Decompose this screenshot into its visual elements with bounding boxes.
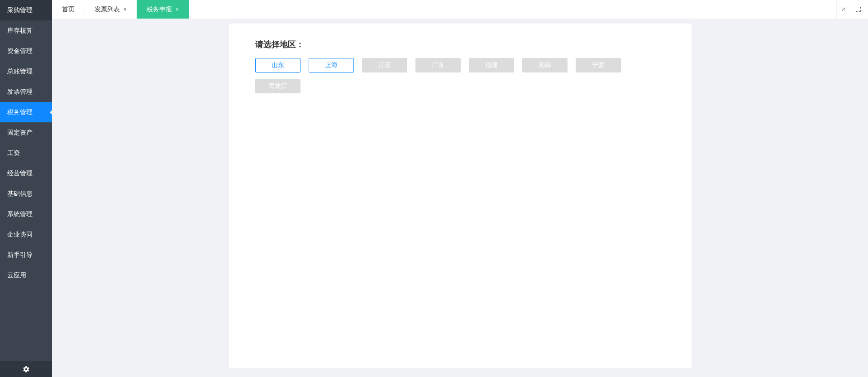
content-wrap: 请选择地区： 山东上海江苏广东福建湖南宁夏黑龙江	[52, 19, 868, 377]
sidebar-item-label: 经营管理	[7, 169, 33, 177]
fullscreen-button[interactable]	[851, 0, 865, 19]
region-button-7[interactable]: 黑龙江	[255, 79, 300, 93]
sidebar-item-3[interactable]: 总账管理	[0, 61, 52, 82]
region-button-label: 黑龙江	[268, 82, 287, 90]
sidebar-item-label: 发票管理	[7, 88, 33, 95]
region-button-label: 广东	[432, 61, 444, 69]
sidebar-item-label: 库存核算	[7, 27, 33, 34]
region-button-5[interactable]: 湖南	[522, 58, 568, 72]
region-button-label: 湖南	[539, 61, 551, 69]
region-grid: 山东上海江苏广东福建湖南宁夏黑龙江	[255, 58, 665, 93]
sidebar-item-5[interactable]: 税务管理	[0, 102, 52, 122]
region-button-6[interactable]: 宁夏	[576, 58, 621, 72]
tabs-container: 首页发票列表×税务申报×	[52, 0, 836, 19]
gear-icon	[23, 366, 30, 373]
tab-1[interactable]: 发票列表×	[85, 0, 137, 19]
panel-title: 请选择地区：	[255, 39, 665, 50]
fullscreen-icon	[855, 6, 862, 13]
region-button-3[interactable]: 广东	[415, 58, 461, 72]
sidebar-item-label: 总账管理	[7, 68, 33, 75]
tabbar-actions	[836, 0, 868, 19]
sidebar-scroll: 采购管理库存核算资金管理总账管理发票管理税务管理固定资产工资经营管理基础信息系统…	[0, 0, 52, 361]
region-select-panel: 请选择地区： 山东上海江苏广东福建湖南宁夏黑龙江	[229, 24, 692, 368]
close-icon[interactable]: ×	[124, 7, 127, 12]
sidebar-item-2[interactable]: 资金管理	[0, 41, 52, 61]
sidebar-item-0[interactable]: 采购管理	[0, 0, 52, 20]
region-button-4[interactable]: 福建	[469, 58, 514, 72]
sidebar-item-label: 系统管理	[7, 210, 33, 218]
sidebar-item-8[interactable]: 经营管理	[0, 163, 52, 184]
region-button-label: 福建	[485, 61, 498, 69]
tab-2[interactable]: 税务申报×	[137, 0, 189, 19]
region-button-0[interactable]: 山东	[255, 58, 300, 72]
sidebar-item-7[interactable]: 工资	[0, 143, 52, 163]
sidebar-item-4[interactable]: 发票管理	[0, 82, 52, 102]
sidebar-item-label: 固定资产	[7, 129, 33, 136]
sidebar-item-label: 云应用	[7, 271, 26, 279]
region-button-label: 江苏	[378, 61, 391, 69]
tab-label: 税务申报	[147, 5, 172, 14]
sidebar-item-label: 采购管理	[7, 6, 33, 14]
sidebar-settings-button[interactable]	[0, 361, 52, 377]
sidebar-item-10[interactable]: 系统管理	[0, 204, 52, 224]
region-button-label: 山东	[272, 61, 284, 69]
sidebar-item-6[interactable]: 固定资产	[0, 122, 52, 143]
sidebar: 采购管理库存核算资金管理总账管理发票管理税务管理固定资产工资经营管理基础信息系统…	[0, 0, 52, 377]
tab-label: 发票列表	[95, 5, 120, 14]
sidebar-item-9[interactable]: 基础信息	[0, 184, 52, 204]
tab-close-all-button[interactable]	[836, 0, 851, 19]
close-icon	[840, 6, 847, 13]
close-icon[interactable]: ×	[176, 7, 179, 12]
sidebar-item-label: 资金管理	[7, 47, 33, 54]
region-button-label: 宁夏	[592, 61, 605, 69]
sidebar-item-label: 基础信息	[7, 190, 33, 197]
sidebar-item-11[interactable]: 企业协同	[0, 224, 52, 245]
sidebar-item-1[interactable]: 库存核算	[0, 20, 52, 41]
region-button-1[interactable]: 上海	[309, 58, 354, 72]
region-button-2[interactable]: 江苏	[362, 58, 407, 72]
tabbar: 首页发票列表×税务申报×	[52, 0, 868, 19]
sidebar-item-label: 新手引导	[7, 251, 33, 258]
sidebar-item-label: 企业协同	[7, 231, 33, 238]
sidebar-item-label: 税务管理	[7, 108, 33, 116]
main-area: 首页发票列表×税务申报× 请选择地区： 山东上海江苏广东福建湖南宁夏黑龙江	[52, 0, 868, 377]
tab-0[interactable]: 首页	[52, 0, 85, 19]
sidebar-item-label: 工资	[7, 149, 20, 156]
sidebar-item-12[interactable]: 新手引导	[0, 245, 52, 265]
tab-label: 首页	[62, 5, 75, 14]
sidebar-item-13[interactable]: 云应用	[0, 265, 52, 285]
region-button-label: 上海	[325, 61, 338, 69]
